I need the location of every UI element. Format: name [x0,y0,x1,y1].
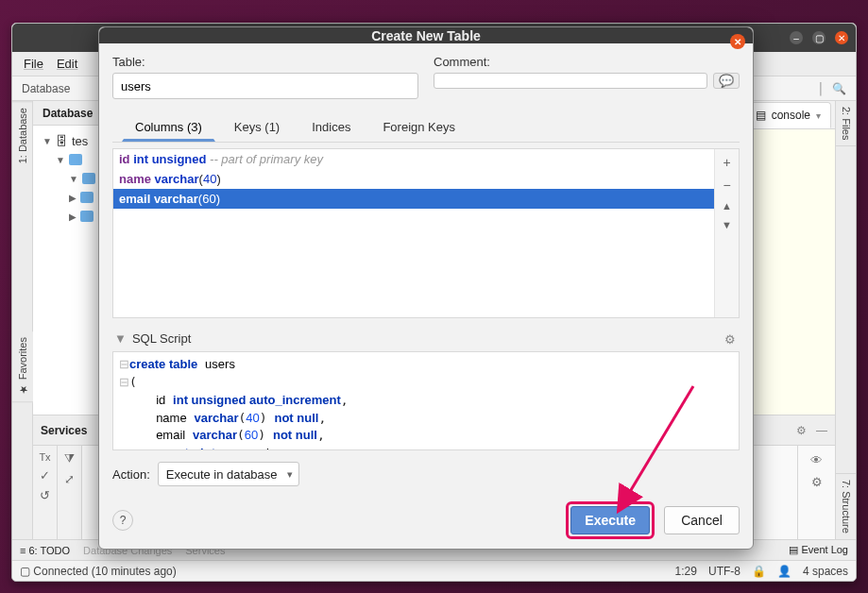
right-tab-structure[interactable]: 7: Structure [836,473,856,539]
create-table-dialog: Create New Table ✕ Table: Comment: 💬 Col… [98,26,754,550]
move-up-button[interactable]: ▲ [722,200,732,212]
dialog-titlebar: Create New Table ✕ [99,27,753,43]
sql-script-title: SQL Script [132,331,191,346]
console-icon: ▤ [756,109,766,122]
action-label: Action: [112,467,150,482]
right-tab-files[interactable]: 2: Files [836,101,856,146]
column-row[interactable]: name varchar(40) [113,169,714,189]
script-gear-icon[interactable]: ⚙ [724,332,738,346]
execute-button[interactable]: Execute [570,506,650,534]
remove-column-button[interactable]: − [723,178,730,193]
collapse-icon[interactable]: ▼ [114,331,127,346]
left-tool-strip: 1: Database [12,101,33,539]
rollback-icon[interactable]: ↺ [40,488,50,502]
bottom-tab-todo[interactable]: ≡ 6: TODO [20,545,70,556]
services-title: Services [41,424,87,437]
execute-highlight: Execute [566,501,655,539]
comment-label: Comment: [434,55,740,69]
help-button[interactable]: ? [112,510,133,531]
window-minimize-icon[interactable]: – [790,31,803,44]
window-close-icon[interactable]: ✕ [835,31,848,44]
tab-foreign-keys[interactable]: Foreign Keys [369,112,468,142]
left-tab-database[interactable]: 1: Database [12,101,32,169]
tab-keys[interactable]: Keys (1) [221,112,293,142]
bottom-tab-eventlog[interactable]: ▤ Event Log [789,544,848,556]
columns-list[interactable]: id int unsigned -- part of primary keyna… [113,149,714,317]
columns-side-toolbar: + − ▲ ▼ [714,149,739,317]
dialog-tabs: Columns (3) Keys (1) Indices Foreign Key… [112,112,740,143]
status-indent[interactable]: 4 spaces [803,565,848,578]
status-connected: Connected (10 minutes ago) [33,565,176,578]
sql-preview[interactable]: ⊟create table users ⊟( id int unsigned a… [112,351,740,450]
tx-label: Tx [39,451,50,463]
tab-indices[interactable]: Indices [298,112,364,142]
table-name-label: Table: [112,55,418,69]
commit-icon[interactable]: ✓ [40,468,50,483]
eye-icon[interactable]: 👁 [810,453,823,467]
inspector-icon[interactable]: 👤 [777,565,791,578]
minimize-panel-icon[interactable]: — [816,424,827,437]
tab-console[interactable]: ▤ console ▾ [745,102,831,128]
tab-columns[interactable]: Columns (3) [122,112,215,142]
menu-edit[interactable]: Edit [57,57,77,71]
column-row[interactable]: email varchar(60) [113,189,714,209]
left-tab-favorites[interactable]: ★ Favorites [12,331,33,402]
dialog-title: Create New Table [371,28,481,43]
expand-icon[interactable]: ⤢ [64,472,75,486]
lock-icon[interactable]: 🔒 [752,565,766,578]
settings-icon[interactable]: ⚙ [811,475,823,489]
filter-icon[interactable]: ⧩ [64,451,75,466]
dropdown-icon[interactable]: ▾ [816,110,821,121]
close-icon[interactable]: ✕ [730,34,745,49]
comment-presets-button[interactable]: 💬 [713,73,740,89]
search-icon[interactable]: 🔍 [832,82,846,95]
breadcrumb-root[interactable]: Database [22,82,70,95]
menu-file[interactable]: File [24,57,43,71]
gear-icon[interactable]: ⚙ [796,424,807,437]
services-toolbar2: ⧩ ⤢ [58,446,82,539]
right-tool-strip: 2: Files 7: Structure [835,101,856,539]
status-encoding[interactable]: UTF-8 [708,565,740,578]
window-maximize-icon[interactable]: ▢ [812,31,825,44]
add-column-button[interactable]: + [723,155,730,170]
toolbar-divider-icon: │ [818,82,825,95]
database-panel-title: Database [43,107,93,120]
action-select[interactable]: Execute in database [158,462,299,486]
cancel-button[interactable]: Cancel [664,506,740,534]
status-caret-pos: 1:29 [675,565,697,578]
comment-input[interactable] [434,73,707,89]
status-bar: ▢ Connected (10 minutes ago) 1:29 UTF-8 … [12,560,856,581]
column-row[interactable]: id int unsigned -- part of primary key [113,149,714,169]
move-down-button[interactable]: ▼ [722,219,732,230]
table-name-input[interactable] [112,73,418,99]
services-toolbar: Tx ✓ ↺ [33,446,58,539]
